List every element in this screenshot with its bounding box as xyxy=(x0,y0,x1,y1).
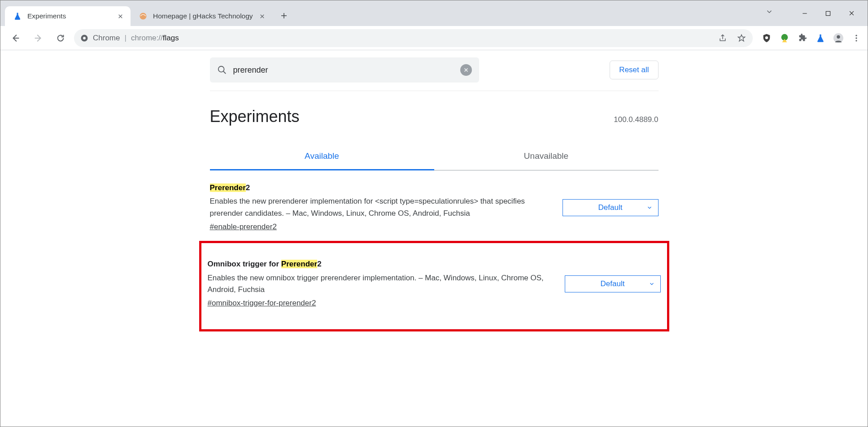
kebab-menu-icon[interactable] xyxy=(851,33,861,43)
svg-point-0 xyxy=(140,13,147,20)
clear-search-icon[interactable] xyxy=(460,64,472,76)
forward-button[interactable] xyxy=(29,29,47,47)
svg-point-4 xyxy=(765,36,768,39)
flag-title: Prerender2 xyxy=(210,182,550,194)
new-tab-button[interactable] xyxy=(276,8,292,23)
tab-unavailable[interactable]: Unavailable xyxy=(434,143,659,170)
flag-title: Omnibox trigger for Prerender2 xyxy=(208,258,552,270)
svg-point-11 xyxy=(218,66,224,72)
browser-tab-experiments[interactable]: Experiments xyxy=(5,6,131,26)
window-maximize-button[interactable] xyxy=(823,8,833,19)
flag-hash-link[interactable]: #omnibox-trigger-for-prerender2 xyxy=(208,297,316,309)
chrome-version: 100.0.4889.0 xyxy=(614,115,658,124)
extensions-puzzle-icon[interactable] xyxy=(798,33,807,43)
tab-available[interactable]: Available xyxy=(210,143,434,170)
content-area[interactable]: Reset all Experiments 100.0.4889.0 Avail… xyxy=(0,50,868,427)
flags-search-box[interactable] xyxy=(210,57,479,83)
labs-flask-icon[interactable] xyxy=(816,33,825,43)
tab-title: Experiments xyxy=(27,12,66,20)
flag-hash-link[interactable]: #enable-prerender2 xyxy=(210,221,277,233)
flask-icon xyxy=(13,12,22,21)
ublock-shield-icon[interactable] xyxy=(762,33,772,43)
browser-tab-ghacks[interactable]: Homepage | gHacks Technology xyxy=(131,6,273,26)
flag-description: Enables the new prerenderer implementati… xyxy=(210,196,550,219)
flag-state-select[interactable]: Default xyxy=(563,199,659,216)
reload-button[interactable] xyxy=(52,29,70,47)
window-minimize-button[interactable] xyxy=(799,8,810,19)
profile-avatar-icon[interactable] xyxy=(833,33,843,43)
tab-title: Homepage | gHacks Technology xyxy=(153,12,253,20)
navbar: Chrome | chrome://flags xyxy=(0,26,868,50)
tab-close-icon[interactable] xyxy=(116,12,124,20)
svg-point-10 xyxy=(855,40,857,41)
url-text: chrome://flags xyxy=(131,34,179,43)
idm-globe-icon[interactable] xyxy=(780,33,789,43)
ghacks-favicon xyxy=(139,12,148,21)
browser-label: Chrome xyxy=(93,34,120,43)
back-button[interactable] xyxy=(7,29,25,47)
search-icon xyxy=(217,65,227,75)
chevron-down-icon xyxy=(646,205,653,211)
flag-entry: Prerender2Enables the new prerenderer im… xyxy=(210,170,659,241)
tab-search-dropdown-icon[interactable] xyxy=(765,8,773,16)
flags-search-input[interactable] xyxy=(233,65,454,75)
flag-description: Enables the new omnibox trigger prerende… xyxy=(208,272,552,296)
tab-close-icon[interactable] xyxy=(258,12,266,20)
svg-point-3 xyxy=(83,37,86,39)
chevron-down-icon xyxy=(649,281,655,287)
separator: | xyxy=(124,34,126,43)
flag-state-select[interactable]: Default xyxy=(565,275,661,292)
share-icon[interactable] xyxy=(718,33,728,43)
svg-rect-1 xyxy=(826,11,830,15)
bookmark-star-icon[interactable] xyxy=(737,33,746,43)
window-close-button[interactable] xyxy=(846,8,857,19)
svg-point-8 xyxy=(855,35,857,36)
page-title: Experiments xyxy=(210,107,300,126)
reset-all-button[interactable]: Reset all xyxy=(610,61,658,79)
svg-point-7 xyxy=(837,35,840,38)
flag-entry: Omnibox trigger for Prerender2Enables th… xyxy=(208,247,661,317)
chrome-logo-icon xyxy=(80,34,88,42)
titlebar: Experiments Homepage | gHacks Technology xyxy=(0,0,868,26)
svg-point-9 xyxy=(855,37,857,39)
address-bar[interactable]: Chrome | chrome://flags xyxy=(74,29,753,47)
